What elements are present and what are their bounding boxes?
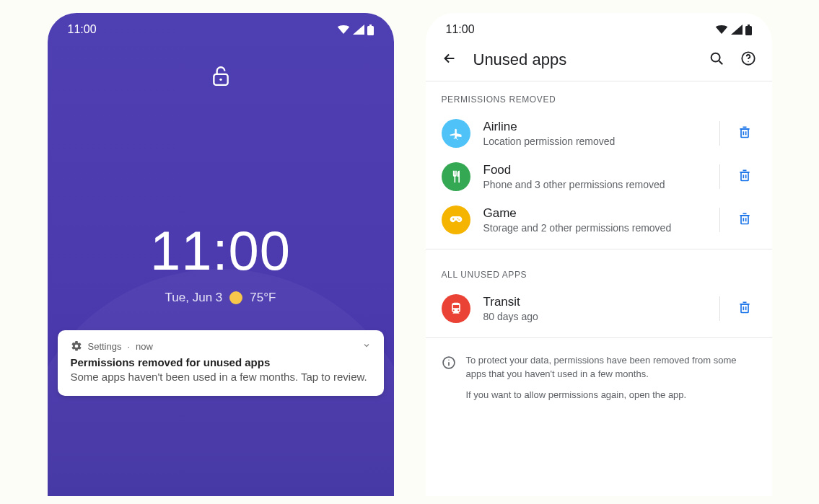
app-avatar [442,205,470,234]
status-bar: 11:00 [426,13,772,36]
app-subtitle: Location permission removed [483,136,706,147]
delete-button[interactable] [733,295,756,322]
unused-apps-list: Transit80 days ago [426,287,772,330]
app-name: Food [483,163,706,177]
app-item[interactable]: FoodPhone and 3 other permissions remove… [426,155,772,198]
app-avatar [442,162,470,191]
delete-button[interactable] [733,120,756,147]
section-permissions-removed: PERMISSIONS REMOVED [426,81,772,112]
notification-header: Settings · now [71,340,371,352]
trash-icon [737,124,752,140]
notification-dot: · [127,341,130,352]
app-bar: Unused apps [426,36,772,81]
info-text-1: To protect your data, permissions have b… [466,354,756,381]
vertical-divider [719,296,720,321]
back-button[interactable] [442,50,457,69]
trash-icon [737,211,752,226]
divider [426,249,772,249]
arrow-left-icon [442,50,457,66]
notification-card[interactable]: Settings · now Permissions removed for u… [58,330,384,396]
delete-button[interactable] [733,163,756,190]
notification-body: Some apps haven't been used in a few mon… [71,370,371,384]
divider [426,337,772,338]
status-icons [715,25,752,35]
status-time: 11:00 [68,23,97,36]
app-item[interactable]: GameStorage and 2 other permissions remo… [426,198,772,242]
notification-source: Settings [88,341,122,352]
app-name: Game [483,206,706,221]
app-item[interactable]: Transit80 days ago [426,287,772,330]
svg-point-23 [448,360,450,361]
cell-signal-icon [731,25,743,35]
app-subtitle: Phone and 3 other permissions removed [483,179,706,190]
delete-button[interactable] [733,206,756,234]
app-subtitle: Storage and 2 other permissions removed [483,222,706,234]
status-icons [337,25,374,35]
svg-rect-18 [741,304,748,313]
svg-rect-9 [741,129,748,138]
vertical-divider [719,164,720,189]
search-icon [709,50,724,66]
svg-rect-15 [741,216,748,224]
svg-rect-4 [745,26,752,35]
info-icon [442,355,456,402]
app-subtitle: 80 days ago [483,311,706,322]
settings-phone: 11:00 Unused apps PERMISSIONS REMOVED Ai… [426,13,772,496]
svg-rect-12 [741,172,748,181]
lockscreen-phone: 11:00 11:00 Tue, Jun 3 75°F Settings · n… [48,13,394,496]
app-name: Transit [483,295,706,309]
chevron-down-icon[interactable] [362,341,371,352]
vertical-divider [719,208,720,232]
help-icon [740,50,756,66]
help-button[interactable] [740,50,756,69]
vertical-divider [719,121,720,146]
notification-when: now [136,341,153,352]
gear-icon [71,340,82,352]
cell-signal-icon [353,25,364,35]
wifi-icon [337,25,350,35]
status-bar: 11:00 [48,13,394,36]
svg-rect-1 [369,25,372,26]
app-avatar [442,294,470,323]
lock-icon-wrap [48,65,394,89]
app-avatar [442,119,470,148]
svg-point-8 [748,61,748,62]
section-all-unused: ALL UNUSED APPS [426,257,772,287]
trash-icon [737,167,752,183]
unlock-icon [211,65,230,87]
battery-icon [745,25,752,35]
trash-icon [737,299,752,315]
wifi-icon [715,25,728,35]
notification-title: Permissions removed for unused apps [71,356,371,368]
info-text-2: If you want to allow permissions again, … [466,389,756,402]
svg-rect-5 [748,25,750,26]
status-time: 11:00 [446,23,475,36]
app-name: Airline [483,120,706,134]
info-block: To protect your data, permissions have b… [426,345,772,402]
permissions-removed-list: AirlineLocation permission removedFoodPh… [426,112,772,242]
search-button[interactable] [709,50,724,69]
page-title: Unused apps [473,50,693,69]
app-item[interactable]: AirlineLocation permission removed [426,112,772,155]
svg-point-6 [711,53,719,62]
battery-icon [367,25,374,35]
svg-point-3 [219,79,222,81]
svg-rect-0 [367,26,374,35]
